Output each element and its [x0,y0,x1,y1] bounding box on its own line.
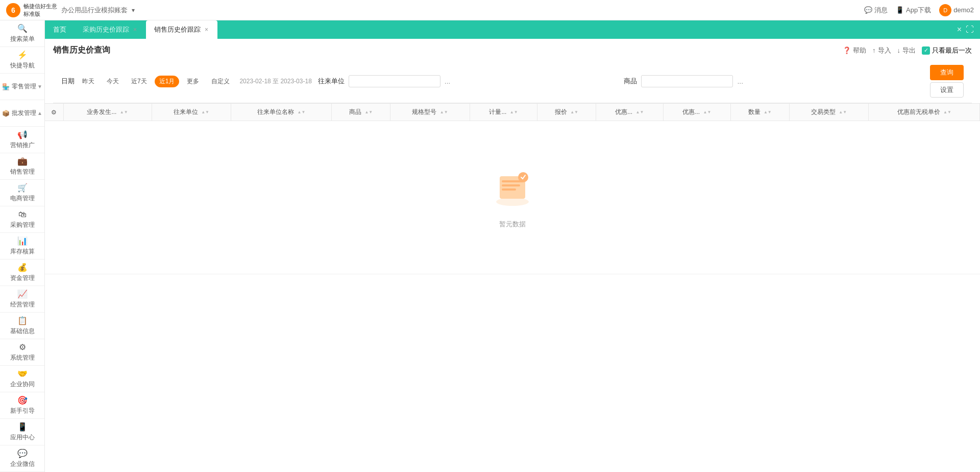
col-biz-date[interactable]: 业务发生... ▲▼ [63,104,152,121]
col-partner-name[interactable]: 往来单位名称 ▲▼ [231,104,332,121]
sidebar-item-appcenter[interactable]: 📱 应用中心 [0,419,44,445]
sidebar-item-enterprise[interactable]: 🤝 企业协同 [0,366,44,392]
empty-svg [489,166,535,212]
wholesale-icon: 📦 [2,110,10,117]
product-filter-section: 商品 ... [624,75,924,87]
col-pretax-price[interactable]: 优惠前无税单价 ▲▼ [869,104,980,121]
col-product[interactable]: 商品 ▲▼ [332,104,390,121]
app-download-btn[interactable]: 📱 App下载 [896,6,931,15]
only-last-checkbox[interactable]: 只看最后一次 [922,46,972,55]
date-btn-more[interactable]: 更多 [182,76,204,87]
content-area: 首页 采购历史价跟踪 × 销售历史价跟踪 × × ⛶ 销售历史价查询 [45,20,980,472]
ecommerce-icon: 🛒 [17,183,28,193]
table-body: 暂元数据 [45,121,980,274]
top-bar-right: 💬 消息 📱 App下载 D demo2 [864,4,974,16]
newcomer-icon: 🎯 [17,395,28,405]
date-btn-custom[interactable]: 自定义 [207,76,234,87]
main-layout: 🔍 搜索菜单 ⚡ 快捷导航 🏪 零售管理 ▼ 📦 批发管理 ▲ 📢 营销推广 [0,20,980,472]
tab-maximize-btn[interactable]: ⛶ [966,26,974,34]
sidebar-item-search[interactable]: 🔍 搜索菜单 [0,20,44,47]
import-icon: ↑ [872,46,876,54]
search-icon: 🔍 [17,23,28,33]
page-content: 销售历史价查询 ❓ 帮助 ↑ 导入 ↓ 导出 [45,39,980,472]
col-quantity[interactable]: 数量 ▲▼ [730,104,789,121]
sort-arrows-partner-code: ▲▼ [201,110,209,114]
enterprise-icon: 🤝 [17,369,28,379]
empty-text: 暂元数据 [499,220,526,229]
search-actions: 查询 设置 [930,65,964,98]
col-spec[interactable]: 规格型号 ▲▼ [390,104,470,121]
import-btn[interactable]: ↑ 导入 [872,46,891,55]
product-label: 商品 [624,77,637,86]
col-gear[interactable]: ⚙ [45,104,63,121]
page-actions: ❓ 帮助 ↑ 导入 ↓ 导出 只看最后一次 [843,46,972,55]
partner-input[interactable] [349,75,440,87]
page-header: 销售历史价查询 ❓ 帮助 ↑ 导入 ↓ 导出 [45,39,980,104]
sort-arrows-discount1: ▲▼ [636,110,644,114]
empty-state-row: 暂元数据 [45,121,980,274]
tab-sales-history[interactable]: 销售历史价跟踪 × [146,20,217,39]
message-icon: 💬 [864,6,872,14]
sidebar-item-operations[interactable]: 📈 经营管理 [0,286,44,313]
col-partner-code[interactable]: 往来单位 ▲▼ [152,104,231,121]
sidebar-item-wechat[interactable]: 💬 企业微信 [0,445,44,472]
app-title: 办公用品行业模拟账套 [61,6,128,15]
product-input[interactable] [641,75,733,87]
sidebar-item-purchase[interactable]: 🛍 采购管理 [0,206,44,233]
sidebar-item-inventory[interactable]: 📊 库存核算 [0,233,44,259]
sidebar-item-shortcut[interactable]: ⚡ 快捷导航 [0,47,44,74]
date-label: 日期 [61,77,75,86]
sidebar-item-finance[interactable]: 💰 资金管理 [0,259,44,286]
export-btn[interactable]: ↓ 导出 [897,46,916,55]
inventory-icon: 📊 [17,236,28,246]
table-header: ⚙ 业务发生... ▲▼ 往来单位 ▲▼ 往来单位名称 ▲ [45,104,980,121]
svg-point-0 [496,198,529,206]
user-menu[interactable]: D demo2 [939,4,974,16]
app-title-dropdown[interactable]: ▾ [132,7,135,14]
settings-btn[interactable]: 设置 [930,82,964,98]
sidebar-item-system[interactable]: ⚙ 系统管理 [0,339,44,366]
sort-arrows-product: ▲▼ [364,110,373,114]
col-unit[interactable]: 计量... ▲▼ [470,104,537,121]
product-dots[interactable]: ... [737,77,743,85]
date-btn-today[interactable]: 今天 [102,76,124,87]
avatar: D [939,4,951,16]
message-btn[interactable]: 💬 消息 [864,6,888,15]
query-btn[interactable]: 查询 [930,65,964,80]
data-table: ⚙ 业务发生... ▲▼ 往来单位 ▲▼ 往来单位名称 ▲ [45,104,980,274]
sidebar-item-retail[interactable]: 🏪 零售管理 ▼ [0,74,44,100]
tab-close-all-btn[interactable]: × [957,26,962,34]
sidebar-item-newcomer[interactable]: 🎯 新手引导 [0,392,44,419]
sidebar-item-marketing[interactable]: 📢 营销推广 [0,127,44,153]
logo-icon: 6 [6,3,20,17]
col-quote[interactable]: 报价 ▲▼ [537,104,596,121]
help-btn[interactable]: ❓ 帮助 [843,46,866,55]
svg-rect-3 [502,184,520,186]
sidebar-item-basic[interactable]: 📋 基础信息 [0,313,44,339]
sidebar-item-sales[interactable]: 💼 销售管理 [0,153,44,180]
sort-arrows-quote: ▲▼ [570,110,578,114]
page-title: 销售历史价查询 [53,45,110,56]
tab-purchase-history[interactable]: 采购历史价跟踪 × [75,20,146,39]
sidebar-item-ecommerce[interactable]: 🛒 电商管理 [0,180,44,206]
sort-arrows-pretax-price: ▲▼ [943,110,951,114]
top-bar: 6 畅捷信好生意 标准版 办公用品行业模拟账套 ▾ 💬 消息 📱 App下载 D… [0,0,980,20]
date-btn-1month[interactable]: 近1月 [155,76,180,87]
sales-icon: 💼 [17,156,28,166]
col-discount2[interactable]: 优惠... ▲▼ [663,104,730,121]
col-discount1[interactable]: 优惠... ▲▼ [596,104,663,121]
date-btn-7days[interactable]: 近7天 [127,76,152,87]
tab-purchase-close[interactable]: × [132,26,138,33]
page-title-row: 销售历史价查询 ❓ 帮助 ↑ 导入 ↓ 导出 [53,45,972,61]
sidebar-item-wholesale[interactable]: 📦 批发管理 ▲ [0,100,44,127]
partner-label: 往来单位 [318,77,345,86]
col-trade-type[interactable]: 交易类型 ▲▼ [789,104,869,121]
partner-dots[interactable]: ... [445,77,451,85]
empty-state-cell: 暂元数据 [45,121,980,274]
sort-arrows-discount2: ▲▼ [703,110,712,114]
top-bar-left: 6 畅捷信好生意 标准版 办公用品行业模拟账套 ▾ [6,3,135,17]
tab-home[interactable]: 首页 [45,20,75,39]
retail-icon: 🏪 [2,83,10,90]
date-btn-yesterday[interactable]: 昨天 [78,76,99,87]
tab-sales-close[interactable]: × [204,26,209,33]
